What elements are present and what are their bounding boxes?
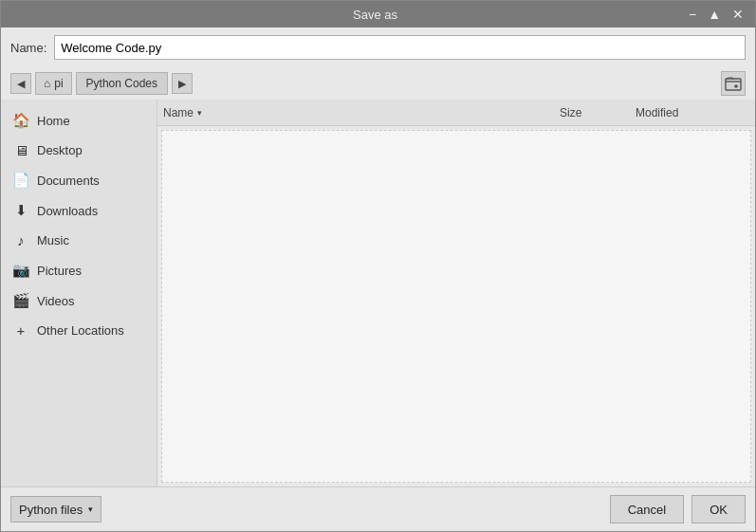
file-list: [161, 130, 751, 483]
svg-rect-0: [726, 79, 741, 90]
sidebar-item-documents-label: Documents: [37, 174, 100, 188]
ok-button[interactable]: OK: [691, 495, 746, 523]
sidebar-item-other-locations[interactable]: + Other Locations: [1, 316, 157, 345]
nav-toolbar: ◀ ⌂ pi Python Codes ▶: [1, 67, 755, 100]
col-modified-header[interactable]: Modified: [636, 106, 749, 119]
home-breadcrumb[interactable]: ⌂ pi: [35, 72, 72, 95]
filename-input[interactable]: [54, 35, 746, 60]
minimize-button[interactable]: −: [685, 8, 700, 21]
documents-icon: 📄: [12, 172, 29, 189]
sidebar-item-documents[interactable]: 📄 Documents: [1, 165, 157, 195]
cancel-button[interactable]: Cancel: [610, 495, 684, 523]
sidebar-item-downloads-label: Downloads: [37, 204, 98, 218]
home-breadcrumb-label: pi: [54, 77, 63, 90]
sidebar-item-other-label: Other Locations: [37, 323, 124, 338]
main-panel: Name ▾ Size Modified: [157, 100, 755, 486]
col-size-header[interactable]: Size: [560, 106, 636, 119]
chevron-down-icon: ▾: [88, 504, 93, 514]
dialog-title: Save as: [65, 8, 685, 22]
pictures-icon: 📷: [12, 262, 29, 279]
column-header: Name ▾ Size Modified: [157, 100, 755, 126]
content-area: 🏠 Home 🖥 Desktop 📄 Documents ⬇ Downloads…: [1, 100, 755, 486]
home-icon: 🏠: [12, 112, 29, 129]
title-bar: Save as − ▲ ✕: [1, 1, 755, 28]
other-icon: +: [12, 322, 29, 339]
col-name-header[interactable]: Name ▾: [163, 106, 560, 119]
name-label: Name:: [10, 41, 46, 55]
sidebar-item-music-label: Music: [37, 233, 69, 248]
sidebar: 🏠 Home 🖥 Desktop 📄 Documents ⬇ Downloads…: [1, 100, 157, 486]
file-type-label: Python files: [19, 503, 83, 517]
sidebar-item-home[interactable]: 🏠 Home: [1, 105, 157, 136]
new-folder-button[interactable]: [721, 71, 746, 96]
sidebar-item-desktop-label: Desktop: [37, 143, 83, 157]
home-icon: ⌂: [44, 77, 50, 90]
maximize-button[interactable]: ▲: [704, 8, 725, 21]
bottom-bar: Python files ▾ Cancel OK: [1, 486, 755, 531]
sidebar-item-music[interactable]: ♪ Music: [1, 226, 157, 255]
close-button[interactable]: ✕: [728, 8, 747, 21]
sidebar-item-pictures-label: Pictures: [37, 264, 82, 278]
music-icon: ♪: [12, 232, 29, 248]
sidebar-item-desktop[interactable]: 🖥 Desktop: [1, 136, 157, 165]
back-button[interactable]: ◀: [10, 73, 31, 94]
downloads-icon: ⬇: [12, 202, 29, 219]
videos-icon: 🎬: [12, 292, 29, 309]
save-as-dialog: Save as − ▲ ✕ Name: ◀ ⌂ pi Python Codes …: [0, 0, 756, 532]
forward-button[interactable]: ▶: [172, 73, 193, 94]
name-column-label: Name: [163, 106, 194, 119]
sidebar-item-pictures[interactable]: 📷 Pictures: [1, 255, 157, 285]
title-bar-controls: − ▲ ✕: [685, 8, 747, 21]
sidebar-item-videos[interactable]: 🎬 Videos: [1, 285, 157, 316]
sort-icon: ▾: [197, 108, 202, 118]
file-type-dropdown[interactable]: Python files ▾: [10, 496, 101, 523]
new-folder-icon: [725, 75, 742, 92]
size-column-label: Size: [560, 106, 581, 119]
folder-breadcrumb[interactable]: Python Codes: [76, 72, 168, 95]
modified-column-label: Modified: [636, 106, 678, 119]
sidebar-item-videos-label: Videos: [37, 294, 75, 308]
sidebar-item-home-label: Home: [37, 114, 70, 128]
name-row: Name:: [1, 28, 755, 67]
desktop-icon: 🖥: [12, 142, 29, 158]
sidebar-item-downloads[interactable]: ⬇ Downloads: [1, 195, 157, 226]
